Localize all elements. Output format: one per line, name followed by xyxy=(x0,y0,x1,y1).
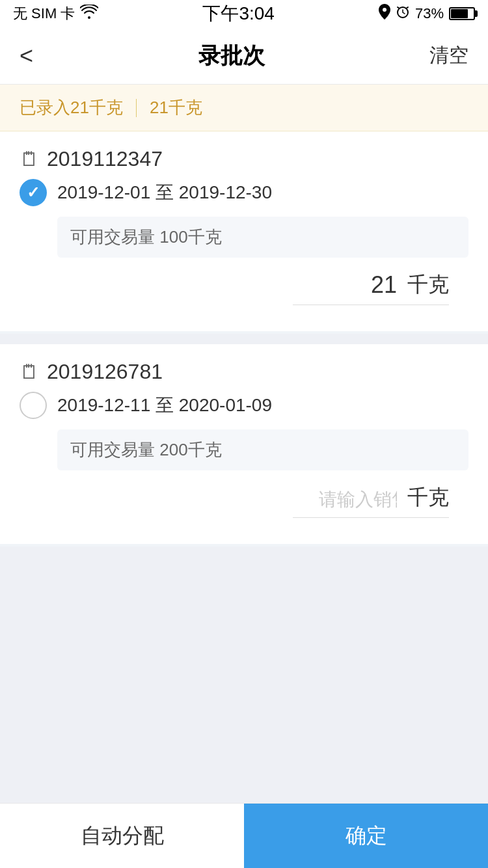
batch-item-2: 🗒 2019126781 2019-12-11 至 2020-01-09 可用交… xyxy=(0,344,488,544)
batch-id-icon-2: 🗒 xyxy=(20,361,39,383)
page-title: 录批次 xyxy=(198,41,265,71)
battery-icon xyxy=(449,7,475,20)
batch-2-quantity-row: 千克 xyxy=(20,470,468,512)
svg-point-0 xyxy=(383,8,386,12)
batch-id-icon-1: 🗒 xyxy=(20,148,39,170)
auto-distribute-button[interactable]: 自动分配 xyxy=(0,804,244,868)
bottom-bar: 自动分配 确定 xyxy=(0,803,488,868)
status-bar: 无 SIM 卡 下午3:04 73% xyxy=(0,0,488,27)
batch-1-unit: 千克 xyxy=(407,271,449,299)
batch-2-quantity-input[interactable] xyxy=(319,484,397,511)
section-separator xyxy=(0,334,488,344)
batch-1-radio[interactable] xyxy=(20,179,47,206)
info-banner: 已录入21千克 21千克 xyxy=(0,85,488,131)
recorded-amount: 已录入21千克 xyxy=(20,96,123,119)
batch-1-id: 2019112347 xyxy=(47,147,163,171)
batch-1-quantity-input[interactable] xyxy=(319,271,397,299)
total-amount: 21千克 xyxy=(150,96,202,119)
wifi-icon xyxy=(80,5,98,23)
back-button[interactable]: < xyxy=(20,42,33,70)
status-left: 无 SIM 卡 xyxy=(13,4,98,23)
batch-2-date-row: 2019-12-11 至 2020-01-09 xyxy=(20,392,468,419)
alarm-icon xyxy=(396,5,410,23)
battery-percent: 73% xyxy=(415,5,444,22)
confirm-button[interactable]: 确定 xyxy=(244,804,488,868)
page-content: 已录入21千克 21千克 🗒 2019112347 2019-12-01 至 2… xyxy=(0,85,488,868)
clear-button[interactable]: 清空 xyxy=(429,42,468,69)
batch-2-available: 可用交易量 200千克 xyxy=(57,429,468,470)
status-time: 下午3:04 xyxy=(202,1,275,26)
batch-1-divider xyxy=(293,305,449,305)
batch-1-header: 🗒 2019112347 xyxy=(20,147,468,171)
sim-text: 无 SIM 卡 xyxy=(13,4,75,23)
info-divider xyxy=(136,99,137,117)
batch-1-date: 2019-12-01 至 2019-12-30 xyxy=(57,180,272,205)
batch-2-header: 🗒 2019126781 xyxy=(20,360,468,384)
batch-1-quantity-row: 千克 xyxy=(20,258,468,299)
batch-item-1: 🗒 2019112347 2019-12-01 至 2019-12-30 可用交… xyxy=(0,131,488,331)
location-icon xyxy=(379,4,390,23)
batch-1-date-row: 2019-12-01 至 2019-12-30 xyxy=(20,179,468,206)
batch-2-id: 2019126781 xyxy=(47,360,163,384)
batch-2-date: 2019-12-11 至 2020-01-09 xyxy=(57,393,272,418)
batch-2-radio[interactable] xyxy=(20,392,47,419)
nav-bar: < 录批次 清空 xyxy=(0,27,488,85)
status-right: 73% xyxy=(379,4,475,23)
empty-area xyxy=(0,547,488,807)
batch-1-available: 可用交易量 100千克 xyxy=(57,217,468,258)
batch-2-divider xyxy=(293,517,449,518)
batch-2-unit: 千克 xyxy=(407,483,449,512)
